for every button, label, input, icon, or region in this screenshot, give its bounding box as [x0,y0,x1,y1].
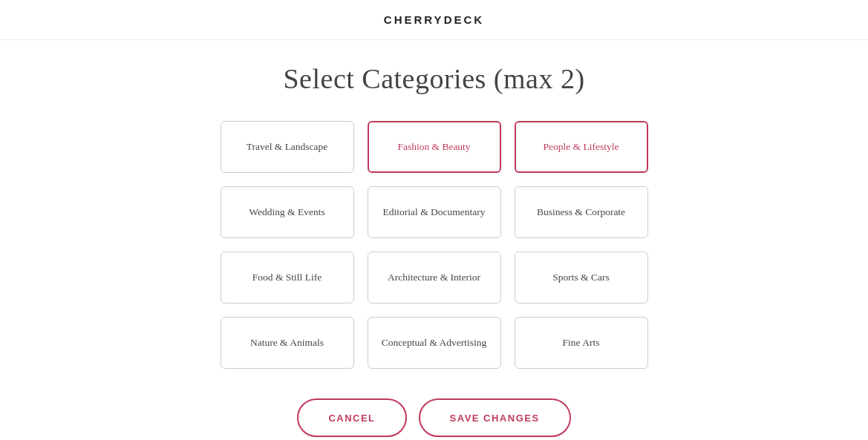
category-btn-editorial-documentary[interactable]: Editorial & Documentary [368,186,501,238]
category-btn-sports-cars[interactable]: Sports & Cars [515,252,648,303]
save-changes-button[interactable]: SAVE CHANGES [419,398,571,437]
category-btn-conceptual-advertising[interactable]: Conceptual & Advertising [368,317,501,369]
category-btn-architecture-interior[interactable]: Architecture & Interior [368,252,501,303]
category-btn-travel-landscape[interactable]: Travel & Landscape [221,121,354,173]
category-btn-wedding-events[interactable]: Wedding & Events [221,186,354,238]
categories-grid: Travel & LandscapeFashion & BeautyPeople… [221,121,648,369]
cancel-button[interactable]: CANCEL [297,398,406,437]
category-btn-fine-arts[interactable]: Fine Arts [515,317,648,369]
category-btn-food-still-life[interactable]: Food & Still Life [221,252,354,303]
category-btn-fashion-beauty[interactable]: Fashion & Beauty [368,121,501,173]
category-btn-people-lifestyle[interactable]: People & Lifestyle [515,121,648,173]
category-btn-business-corporate[interactable]: Business & Corporate [515,186,648,238]
actions-bar: CANCEL SAVE CHANGES [297,398,570,437]
page-title: Select Categories (max 2) [283,62,584,95]
category-btn-nature-animals[interactable]: Nature & Animals [221,317,354,369]
app-logo: CHERRYDECK [0,13,868,26]
